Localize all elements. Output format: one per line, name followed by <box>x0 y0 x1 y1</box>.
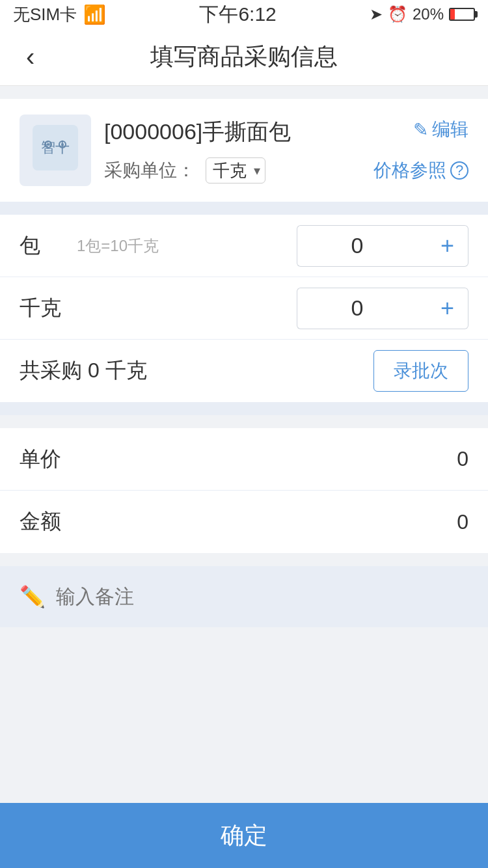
price-reference-button[interactable]: 价格参照 ? <box>373 158 468 183</box>
battery-percentage: 20% <box>413 5 444 23</box>
pack-sublabel: 1包=10千克 <box>77 236 297 256</box>
product-logo: 智十 <box>33 125 78 176</box>
section-divider-1 <box>0 202 488 215</box>
kg-input-field: + <box>297 288 468 329</box>
kg-label: 千克 <box>20 294 72 323</box>
product-image: 智十 <box>20 115 91 186</box>
kg-input-row: 千克 + <box>0 277 488 340</box>
alarm-icon: ⏰ <box>388 5 407 23</box>
batch-button[interactable]: 录批次 <box>373 350 468 392</box>
page-title: 填写商品采购信息 <box>150 41 338 73</box>
help-icon: ? <box>450 161 468 180</box>
unit-label: 采购单位： <box>104 158 195 183</box>
kg-quantity-input[interactable] <box>297 288 427 329</box>
amount-label: 金额 <box>20 508 457 536</box>
amount-row: 金额 0 <box>0 491 488 553</box>
pack-input-field: + <box>297 225 468 267</box>
unit-select[interactable]: 千克 包 <box>206 157 265 183</box>
product-name: [0000006]手撕面包 <box>104 117 291 147</box>
amount-value: 0 <box>457 510 468 534</box>
note-section: ✏️ <box>0 566 488 627</box>
edit-button[interactable]: ✎ 编辑 <box>413 117 468 142</box>
carrier-label: 无SIM卡 <box>13 3 77 26</box>
kg-plus-button[interactable]: + <box>427 288 468 329</box>
note-input[interactable] <box>56 586 468 608</box>
summary-section: 共采购 0 千克 录批次 <box>0 340 488 402</box>
pack-plus-button[interactable]: + <box>427 225 468 267</box>
edit-icon: ✎ <box>413 119 428 141</box>
back-button[interactable]: ‹ <box>20 36 41 78</box>
location-icon: ➤ <box>370 5 383 23</box>
battery-icon <box>449 8 475 21</box>
summary-label: 共采购 0 千克 <box>20 357 373 385</box>
unit-price-value: 0 <box>457 447 468 471</box>
section-divider-2 <box>0 402 488 415</box>
status-bar: 无SIM卡 📶 下午6:12 ➤ ⏰ 20% <box>0 0 488 29</box>
status-bar-left: 无SIM卡 📶 <box>13 3 106 26</box>
pack-input-row: 包 1包=10千克 + <box>0 215 488 277</box>
confirm-section[interactable]: 确定 <box>0 803 488 868</box>
svg-point-4 <box>47 143 49 146</box>
input-section: 包 1包=10千克 + 千克 + <box>0 215 488 340</box>
unit-price-row: 单价 0 <box>0 428 488 491</box>
wifi-icon: 📶 <box>83 4 106 25</box>
status-bar-right: ➤ ⏰ 20% <box>370 5 475 23</box>
confirm-button-label: 确定 <box>221 820 267 852</box>
nav-bar: ‹ 填写商品采购信息 <box>0 29 488 86</box>
product-info: [0000006]手撕面包 ✎ 编辑 采购单位： 千克 包 ▾ 价格参照 ? <box>104 117 468 183</box>
product-unit-row: 采购单位： 千克 包 ▾ 价格参照 ? <box>104 157 468 183</box>
content-area <box>0 627 488 809</box>
unit-select-wrapper[interactable]: 千克 包 ▾ <box>206 157 265 183</box>
svg-point-5 <box>61 143 64 146</box>
summary-row: 共采购 0 千克 录批次 <box>0 340 488 402</box>
price-section: 单价 0 金额 0 <box>0 428 488 553</box>
pack-quantity-input[interactable] <box>297 225 427 267</box>
status-bar-time: 下午6:12 <box>199 1 276 28</box>
pack-label: 包 <box>20 232 72 260</box>
pencil-icon: ✏️ <box>20 584 46 609</box>
unit-price-label: 单价 <box>20 445 457 474</box>
product-card: 智十 [0000006]手撕面包 ✎ 编辑 采购单位： 千克 包 <box>0 99 488 202</box>
